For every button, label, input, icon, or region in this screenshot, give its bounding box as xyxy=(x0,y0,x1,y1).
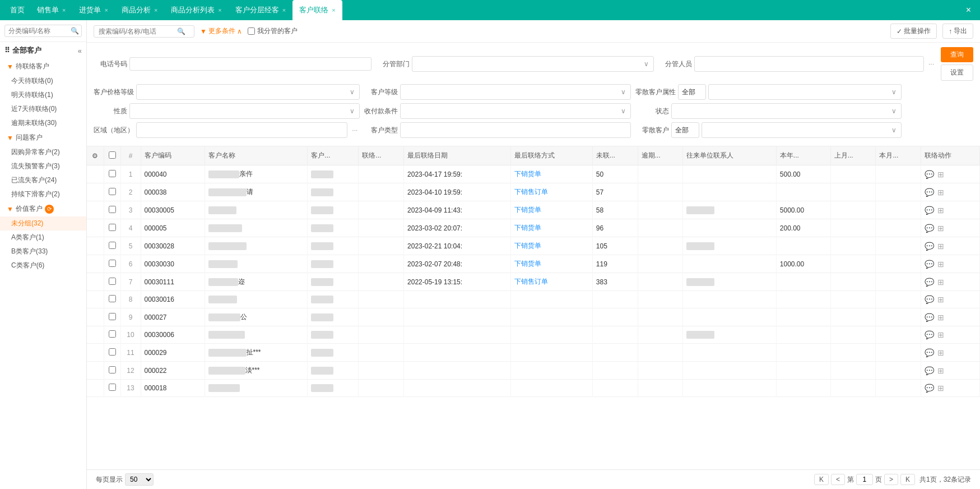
dept-select[interactable]: ∨ xyxy=(412,56,654,72)
gender-select[interactable]: ∨ xyxy=(129,103,360,119)
prev-page-button[interactable]: < xyxy=(831,474,845,485)
table-checkbox-header[interactable] xyxy=(104,146,120,165)
tab-customer-segment[interactable]: 客户分层经客 × xyxy=(229,0,292,20)
row-checkbox-cell[interactable] xyxy=(104,237,120,255)
message-icon[interactable]: 💬 xyxy=(925,366,934,375)
close-product-analysis-list-icon[interactable]: × xyxy=(218,7,221,13)
row-checkbox-cell[interactable] xyxy=(104,344,120,362)
status-select[interactable]: ∨ xyxy=(671,103,902,119)
sidebar-item-churned[interactable]: 已流失客户(24) xyxy=(0,173,86,187)
sidebar-item-b-class[interactable]: B类客户(33) xyxy=(0,245,86,259)
sidebar-item-today-pending[interactable]: 今天待联络(0) xyxy=(0,74,86,88)
row-checkbox[interactable] xyxy=(109,224,116,231)
last-method-link[interactable]: 下销货单 xyxy=(514,170,541,178)
person-select[interactable] xyxy=(694,56,924,72)
last-method-link[interactable]: 下销货单 xyxy=(514,206,541,214)
sidebar-item-c-class[interactable]: C类客户(6) xyxy=(0,259,86,273)
close-customer-segment-icon[interactable]: × xyxy=(282,7,286,13)
table-this-month-header[interactable]: 本月... xyxy=(876,146,921,165)
close-product-analysis-icon[interactable]: × xyxy=(154,7,157,13)
grid-icon[interactable]: ⊞ xyxy=(937,242,944,251)
message-icon[interactable]: 💬 xyxy=(925,206,934,215)
page-number-input[interactable] xyxy=(856,474,873,485)
last-method-link[interactable]: 下销货单 xyxy=(514,224,541,232)
first-page-button[interactable]: K xyxy=(814,474,829,485)
message-icon[interactable]: 💬 xyxy=(925,384,934,393)
region-more-icon[interactable]: ··· xyxy=(350,126,360,134)
row-checkbox-cell[interactable] xyxy=(104,291,120,308)
grid-icon[interactable]: ⊞ xyxy=(937,260,944,269)
tab-product-analysis[interactable]: 商品分析 × xyxy=(115,0,164,20)
grid-icon[interactable]: ⊞ xyxy=(937,206,944,215)
row-checkbox[interactable] xyxy=(109,170,116,177)
window-close-button[interactable]: × xyxy=(962,5,976,15)
grid-icon[interactable]: ⊞ xyxy=(937,330,944,339)
message-icon[interactable]: 💬 xyxy=(925,348,934,357)
score-customer-group[interactable]: ▼ 价值客户 ⟳ xyxy=(0,201,86,216)
price-level-select[interactable]: ∨ xyxy=(136,84,360,100)
sidebar-item-churn-warning[interactable]: 流失预警客户(3) xyxy=(0,159,86,173)
last-page-button[interactable]: K xyxy=(900,474,915,485)
message-icon[interactable]: 💬 xyxy=(925,224,934,233)
export-button[interactable]: ↑ 导出 xyxy=(942,24,973,39)
customer-level-select[interactable]: ∨ xyxy=(400,84,630,100)
table-uncontacted-header[interactable]: 未联... xyxy=(592,146,638,165)
message-icon[interactable]: 💬 xyxy=(925,188,934,197)
row-checkbox-cell[interactable] xyxy=(104,273,120,291)
row-checkbox[interactable] xyxy=(109,278,116,285)
sidebar-item-7days-pending[interactable]: 近7天待联络(0) xyxy=(0,102,86,116)
tab-customer-contact[interactable]: 客户联络 × xyxy=(292,0,342,20)
message-icon[interactable]: 💬 xyxy=(925,330,934,339)
table-type-header[interactable]: 客户... xyxy=(308,146,359,165)
message-icon[interactable]: 💬 xyxy=(925,242,934,251)
row-checkbox[interactable] xyxy=(109,313,116,320)
home-tab[interactable]: 首页 xyxy=(4,5,30,15)
tab-product-analysis-list[interactable]: 商品分析列表 × xyxy=(164,0,228,20)
grid-icon[interactable]: ⊞ xyxy=(937,278,944,287)
table-overdue-header[interactable]: 逾期... xyxy=(638,146,683,165)
query-button[interactable]: 查询 xyxy=(941,47,973,62)
customer-type-select[interactable] xyxy=(400,122,630,138)
table-last-month-header[interactable]: 上月... xyxy=(830,146,876,165)
problem-customer-group[interactable]: ▼ 问题客户 xyxy=(0,130,86,145)
retail-customer-value-select[interactable]: 全部 xyxy=(671,122,699,138)
row-checkbox-cell[interactable] xyxy=(104,201,120,219)
message-icon[interactable]: 💬 xyxy=(925,260,934,269)
person-more-icon[interactable]: ··· xyxy=(926,60,936,68)
next-page-button[interactable]: > xyxy=(884,474,898,485)
grid-icon[interactable]: ⊞ xyxy=(937,384,944,393)
grid-icon[interactable]: ⊞ xyxy=(937,348,944,357)
row-checkbox-cell[interactable] xyxy=(104,165,120,183)
row-checkbox-cell[interactable] xyxy=(104,362,120,380)
grid-icon[interactable]: ⊞ xyxy=(937,170,944,179)
row-checkbox-cell[interactable] xyxy=(104,183,120,201)
per-page-select[interactable]: 50 20 100 xyxy=(125,473,154,486)
table-contact-header[interactable]: 联络... xyxy=(359,146,404,165)
row-checkbox[interactable] xyxy=(109,295,116,302)
table-last-method-header[interactable]: 最后联络方式 xyxy=(510,146,592,165)
table-code-header[interactable]: 客户编码 xyxy=(141,146,205,165)
tab-sales-order[interactable]: 销售单 × xyxy=(30,0,72,20)
grid-icon[interactable]: ⊞ xyxy=(937,366,944,375)
grid-icon[interactable]: ⊞ xyxy=(937,224,944,233)
row-checkbox[interactable] xyxy=(109,188,116,195)
sidebar-item-overdue[interactable]: 逾期未联络(30) xyxy=(0,116,86,130)
row-checkbox-cell[interactable] xyxy=(104,308,120,326)
retail-customer-extra-select[interactable]: ∨ xyxy=(702,122,902,138)
last-method-link[interactable]: 下销售订单 xyxy=(514,278,548,285)
all-customers-header[interactable]: ⠿全部客户 « xyxy=(0,42,86,59)
row-checkbox[interactable] xyxy=(109,242,116,249)
grid-icon[interactable]: ⊞ xyxy=(937,313,944,322)
sidebar-item-ungroup[interactable]: 未分组(32) xyxy=(0,216,86,230)
grid-icon[interactable]: ⊞ xyxy=(937,188,944,197)
retail-attr-value-select[interactable]: ∨ xyxy=(708,84,902,100)
sidebar-item-a-class[interactable]: A类客户(1) xyxy=(0,230,86,245)
close-purchase-order-icon[interactable]: × xyxy=(104,7,108,13)
more-conditions-button[interactable]: ▼ 更多条件 ∧ xyxy=(200,26,242,36)
row-checkbox[interactable] xyxy=(109,260,116,267)
row-checkbox[interactable] xyxy=(109,384,116,391)
row-checkbox-cell[interactable] xyxy=(104,326,120,344)
message-icon[interactable]: 💬 xyxy=(925,295,934,304)
select-all-checkbox[interactable] xyxy=(109,151,116,159)
table-last-date-header[interactable]: 最后联络日期 xyxy=(404,146,511,165)
